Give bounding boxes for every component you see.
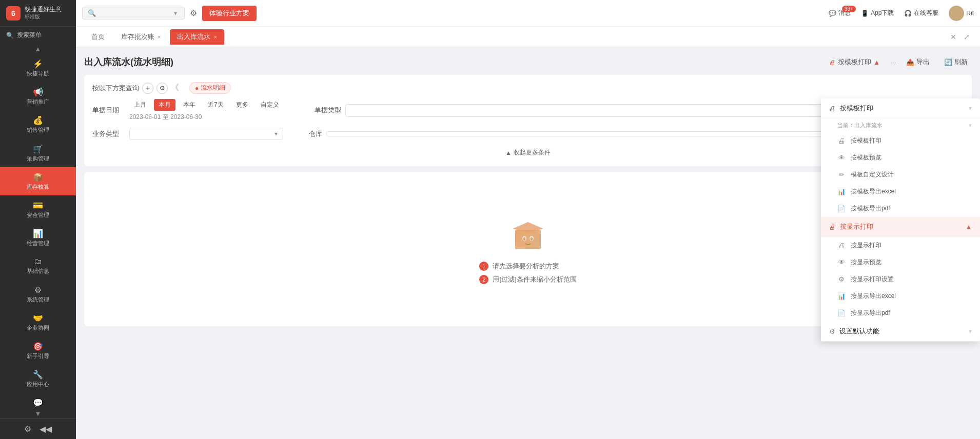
sidebar-item-finance[interactable]: 💳 资金管理: [0, 195, 76, 224]
dropdown-template-print-header[interactable]: 🖨 按模板打印 ▾: [821, 98, 980, 118]
tab-home-label: 首页: [91, 32, 105, 42]
date-btn-this-month[interactable]: 本月: [154, 99, 175, 111]
tab-batch-ledger[interactable]: 库存批次账 ×: [114, 29, 168, 45]
sidebar-item-label: 营销推广: [27, 98, 49, 105]
export-button[interactable]: 📤 导出: [902, 55, 934, 69]
app-logo-icon: 6: [6, 6, 21, 21]
template-print-label: 按模板打印: [851, 136, 881, 145]
page-title: 出入库流水(流水明细): [84, 56, 173, 68]
date-btn-custom[interactable]: 自定义: [256, 99, 284, 111]
tab-batch-ledger-label: 库存批次账: [121, 32, 154, 42]
filter-add-button[interactable]: ＋: [142, 83, 153, 94]
tab-batch-ledger-close[interactable]: ×: [158, 34, 161, 40]
step-1-num: 1: [479, 262, 488, 271]
sidebar-item-label: 经营管理: [27, 240, 49, 247]
dropdown-item-display-print[interactable]: 🖨 按显示打印: [821, 237, 980, 254]
base-info-icon: 🗂: [34, 257, 42, 266]
sidebar-item-newbie[interactable]: 🎯 新手引导: [0, 336, 76, 365]
refresh-button[interactable]: 🔄 刷新: [940, 55, 972, 69]
filter-setting-button[interactable]: ⚙: [156, 83, 168, 94]
industry-solution-button[interactable]: 体验行业方案: [202, 6, 257, 21]
sidebar-item-marketing[interactable]: 📢 营销推广: [0, 82, 76, 110]
collapse-up-icon: ▲: [505, 149, 512, 156]
printer-icon: 🖨: [829, 58, 836, 66]
export-label: 导出: [916, 57, 930, 67]
print-template-button[interactable]: 🖨 按模板打印 ▲: [825, 55, 884, 69]
filter-collapse-icon[interactable]: 《: [171, 83, 179, 93]
sidebar-item-label: 应用中心: [27, 381, 49, 388]
dropdown-item-display-print-settings[interactable]: ⚙ 按显示打印设置: [821, 271, 980, 288]
sidebar-item-label: 基础信息: [27, 268, 49, 274]
dropdown-item-display-pdf[interactable]: 📄 按显示导出pdf: [821, 305, 980, 322]
topbar-message-btn[interactable]: 💬 消息 99+: [829, 9, 851, 17]
dropdown-item-template-excel[interactable]: 📊 按模板导出excel: [821, 183, 980, 200]
sidebar-scroll-up[interactable]: ▲: [0, 44, 76, 54]
window-expand-button[interactable]: ⤢: [962, 32, 972, 42]
sidebar-nav: ⚡ 快捷导航 📢 营销推广 💰 销售管理 🛒 采购管理 📦 库存核算 💳 资金管…: [0, 54, 76, 408]
dropdown-item-display-preview[interactable]: 👁 按显示预览: [821, 254, 980, 271]
sidebar-item-enterprise-wechat[interactable]: 💬 企业微信: [0, 393, 76, 408]
sidebar-settings-icon[interactable]: ⚙: [24, 424, 31, 434]
sidebar-item-base-info[interactable]: 🗂 基础信息: [0, 252, 76, 280]
dropdown-item-template-pdf[interactable]: 📄 按模板导出pdf: [821, 200, 980, 217]
default-section-label: 设置默认功能: [839, 327, 879, 336]
tab-home[interactable]: 首页: [84, 29, 112, 45]
sidebar-scroll-down[interactable]: ▼: [0, 408, 76, 418]
sidebar-item-system[interactable]: ⚙ 系统管理: [0, 280, 76, 308]
page-actions-bar: 🖨 按模板打印 ▲ ··· 📤 导出 🔄 刷新: [825, 55, 972, 69]
business-type-select[interactable]: ▾: [129, 128, 283, 140]
date-btn-more[interactable]: 更多: [231, 99, 253, 111]
tab-flow[interactable]: 出入库流水 ×: [170, 29, 224, 45]
topbar-search-input[interactable]: [99, 10, 171, 17]
topbar-gear-icon[interactable]: ⚙: [190, 8, 197, 18]
sidebar-item-purchase[interactable]: 🛒 采购管理: [0, 139, 76, 167]
sidebar-item-inventory[interactable]: 📦 库存核算: [0, 167, 76, 195]
warehouse-select[interactable]: [326, 131, 874, 136]
topbar-search-box[interactable]: 🔍 ▾: [82, 7, 185, 19]
display-print-header-icon: 🖨: [829, 223, 836, 231]
display-print-icon: 🖨: [837, 242, 846, 249]
dropdown-item-template-preview[interactable]: 👁 按模板预览: [821, 149, 980, 166]
sidebar-item-operations[interactable]: 📊 经营管理: [0, 224, 76, 252]
newbie-icon: 🎯: [33, 342, 43, 351]
sidebar-item-app-center[interactable]: 🔧 应用中心: [0, 365, 76, 393]
dropdown-current-label: 当前：出入库流水 ▾: [821, 118, 980, 132]
template-pdf-label: 按模板导出pdf: [851, 204, 890, 213]
sidebar-item-sales[interactable]: 💰 销售管理: [0, 110, 76, 138]
print-dropdown-panel: 🖨 按模板打印 ▾ 当前：出入库流水 ▾ 🖨 按模板打印 👁 按模板预览 ✏ 模…: [821, 98, 980, 342]
sidebar-collapse-icon[interactable]: ◀◀: [40, 424, 52, 434]
display-print-section-label: 按显示打印: [840, 222, 873, 231]
dropdown-item-display-excel[interactable]: 📊 按显示导出excel: [821, 288, 980, 305]
empty-steps: 1 请先选择要分析的方案 2 用[过滤]条件来缩小分析范围: [479, 262, 576, 284]
filter-tag-chip[interactable]: ● 流水明细: [189, 82, 231, 94]
tab-flow-close[interactable]: ×: [213, 34, 217, 40]
date-btn-this-year[interactable]: 本年: [179, 99, 200, 111]
dropdown-item-template-print[interactable]: 🖨 按模板打印: [821, 132, 980, 149]
date-btn-7days[interactable]: 近7天: [203, 99, 228, 111]
more-options-dots[interactable]: ···: [890, 58, 896, 66]
enterprise-wechat-icon: 💬: [33, 398, 43, 408]
window-close-button[interactable]: ✕: [948, 32, 958, 42]
filter-tag-area: ● 流水明细: [189, 82, 231, 94]
date-btn-last-month[interactable]: 上月: [129, 99, 151, 111]
business-type-chevron: ▾: [275, 130, 278, 137]
finance-icon: 💳: [33, 201, 43, 210]
display-preview-label: 按显示预览: [851, 258, 881, 267]
topbar-search-chevron[interactable]: ▾: [174, 10, 177, 17]
template-design-icon: ✏: [837, 171, 846, 178]
dropdown-default-section-header[interactable]: ⚙ 设置默认功能 ▾: [821, 322, 980, 342]
sidebar-search[interactable]: 🔍 搜索菜单: [0, 27, 76, 44]
topbar-app-download-btn[interactable]: 📱 App下载: [861, 9, 894, 17]
display-preview-icon: 👁: [837, 258, 846, 266]
sidebar-item-label: 资金管理: [27, 212, 49, 218]
sidebar-item-enterprise[interactable]: 🤝 企业协同: [0, 308, 76, 336]
topbar-user-area[interactable]: Rit: [949, 6, 974, 21]
sidebar-item-quick-nav[interactable]: ⚡ 快捷导航: [0, 54, 76, 82]
dropdown-display-print-header[interactable]: 🖨 按显示打印 ▲: [821, 217, 980, 237]
template-preview-label: 按模板预览: [851, 153, 881, 162]
sidebar-logo: 6 畅捷通好生意 标准版: [0, 0, 76, 27]
template-print-icon: 🖨: [837, 137, 846, 145]
topbar-online-service-btn[interactable]: 🎧 在线客服: [904, 9, 938, 17]
sidebar-item-label: 企业协同: [27, 325, 49, 331]
dropdown-item-template-design[interactable]: ✏ 模板自定义设计: [821, 166, 980, 183]
